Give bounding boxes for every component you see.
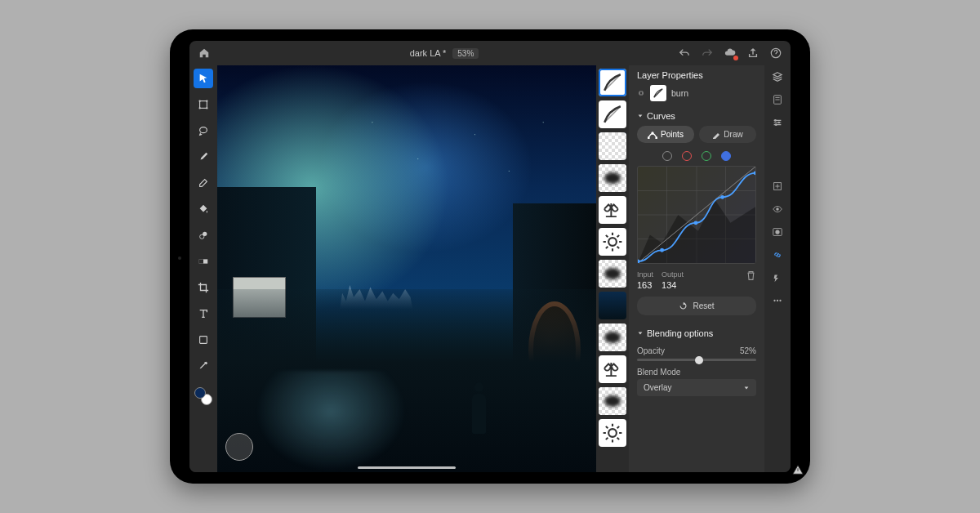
- svg-point-15: [648, 137, 649, 139]
- layer-thumb[interactable]: [599, 132, 626, 160]
- svg-point-37: [776, 207, 779, 211]
- doc-title: dark LA *: [410, 48, 447, 58]
- blending-header[interactable]: Blending options: [629, 323, 764, 343]
- svg-line-11: [604, 74, 621, 91]
- tool-transform[interactable]: [194, 95, 213, 114]
- add-icon[interactable]: [771, 180, 784, 193]
- svg-line-12: [604, 106, 621, 123]
- layer-name[interactable]: burn: [671, 88, 688, 98]
- mask-icon[interactable]: [771, 225, 784, 239]
- opacity-slider[interactable]: [637, 359, 756, 361]
- tool-picker[interactable]: [194, 356, 213, 376]
- svg-point-17: [656, 137, 657, 139]
- delete-point-icon[interactable]: [746, 270, 756, 283]
- tool-rail: [189, 65, 217, 472]
- tool-crop[interactable]: [194, 278, 213, 297]
- layer-thumb[interactable]: [599, 69, 626, 96]
- properties-panel: Layer Properties burn Curves Points Draw: [629, 65, 764, 472]
- svg-point-41: [777, 300, 778, 301]
- svg-point-29: [754, 171, 755, 175]
- layers-strip: [596, 65, 629, 472]
- points-mode-button[interactable]: Points: [637, 126, 694, 143]
- layer-thumb[interactable]: [599, 100, 626, 128]
- channel-r[interactable]: [682, 151, 692, 161]
- tool-type[interactable]: [194, 304, 213, 323]
- home-icon[interactable]: [198, 47, 211, 60]
- svg-point-13: [608, 238, 617, 246]
- input-label: Input: [637, 270, 653, 279]
- tool-move[interactable]: [194, 69, 213, 88]
- layer-thumb[interactable]: [599, 387, 626, 415]
- layer-thumb-icon: [650, 85, 666, 101]
- tool-brush[interactable]: [194, 147, 213, 167]
- tool-lasso[interactable]: [194, 121, 213, 141]
- output-value[interactable]: 134: [662, 280, 684, 290]
- svg-point-27: [694, 221, 698, 225]
- svg-point-14: [608, 429, 617, 437]
- svg-point-40: [773, 300, 775, 301]
- svg-rect-1: [200, 101, 207, 109]
- properties-icon[interactable]: [771, 93, 784, 106]
- home-indicator[interactable]: [358, 466, 456, 469]
- reset-button[interactable]: Reset: [637, 297, 756, 315]
- svg-point-39: [775, 230, 779, 234]
- svg-point-3: [206, 100, 207, 101]
- svg-point-28: [720, 195, 724, 199]
- svg-point-5: [206, 107, 207, 109]
- help-icon[interactable]: [769, 47, 782, 60]
- input-value[interactable]: 163: [637, 280, 653, 290]
- zoom-percent[interactable]: 53%: [452, 48, 479, 59]
- channel-b[interactable]: [721, 151, 731, 161]
- undo-icon[interactable]: [678, 47, 691, 60]
- svg-rect-10: [200, 337, 207, 344]
- curves-header[interactable]: Curves: [629, 106, 764, 126]
- tool-clone[interactable]: [194, 225, 213, 245]
- svg-point-7: [203, 232, 207, 236]
- layer-thumb[interactable]: [599, 292, 626, 319]
- svg-point-4: [198, 107, 200, 109]
- fx-icon[interactable]: [771, 271, 784, 284]
- svg-rect-9: [199, 259, 203, 263]
- tool-eraser[interactable]: [194, 173, 213, 193]
- layer-thumb[interactable]: [599, 355, 626, 383]
- layer-thumb[interactable]: [599, 164, 626, 192]
- tool-gradient[interactable]: [194, 252, 213, 271]
- svg-point-2: [198, 100, 200, 101]
- layer-thumb[interactable]: [599, 196, 626, 224]
- blendmode-label: Blend Mode: [637, 368, 756, 377]
- layer-thumb[interactable]: [599, 419, 626, 447]
- draw-mode-button[interactable]: Draw: [699, 126, 756, 143]
- layer-thumb[interactable]: [599, 260, 626, 288]
- svg-point-16: [652, 132, 653, 134]
- svg-point-26: [660, 248, 664, 252]
- curves-graph[interactable]: [637, 166, 756, 264]
- adjust-icon[interactable]: [771, 116, 784, 129]
- svg-point-34: [777, 122, 780, 124]
- svg-point-42: [779, 300, 781, 301]
- output-label: Output: [662, 270, 684, 279]
- channel-g[interactable]: [702, 151, 711, 161]
- layer-thumb[interactable]: [599, 323, 626, 351]
- link-icon[interactable]: [771, 248, 784, 261]
- cloud-sync-icon[interactable]: [724, 47, 737, 60]
- tool-shape[interactable]: [194, 330, 213, 350]
- blendmode-select[interactable]: Overlay: [637, 379, 756, 396]
- svg-point-33: [774, 119, 777, 122]
- panel-title: Layer Properties: [637, 70, 756, 80]
- share-icon[interactable]: [746, 47, 760, 60]
- visibility-icon[interactable]: [771, 203, 784, 216]
- color-swatches[interactable]: [194, 387, 212, 405]
- touch-widget[interactable]: [225, 433, 253, 461]
- opacity-label: Opacity: [637, 346, 665, 355]
- channel-rgb[interactable]: [662, 151, 672, 161]
- redo-icon[interactable]: [701, 47, 714, 60]
- svg-point-35: [775, 123, 777, 126]
- canvas[interactable]: [217, 65, 596, 472]
- layers-icon[interactable]: [771, 70, 784, 83]
- link-icon: [637, 89, 645, 97]
- more-icon[interactable]: [771, 294, 784, 307]
- right-rail: [764, 65, 791, 472]
- tool-fill[interactable]: [194, 199, 213, 219]
- layer-thumb[interactable]: [599, 228, 626, 256]
- opacity-value: 52%: [740, 346, 756, 355]
